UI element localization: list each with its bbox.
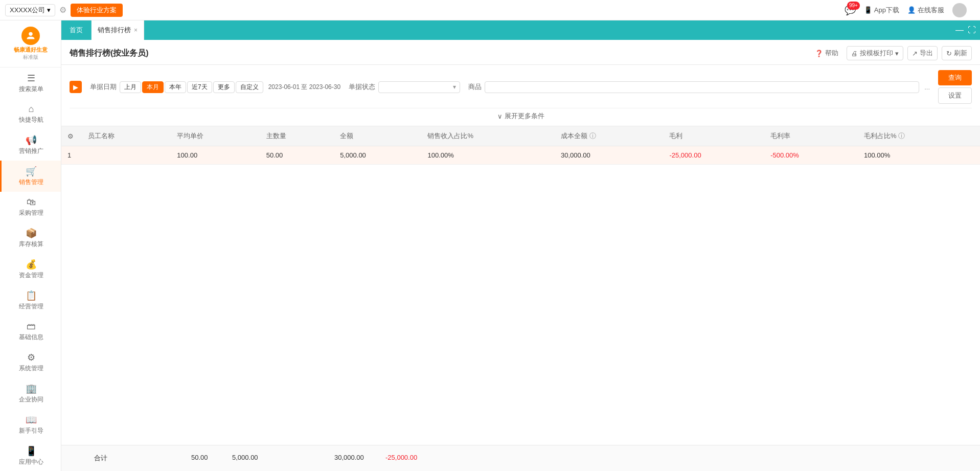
company-selector[interactable]: XXXXX公司 ▾ (5, 4, 55, 16)
footer-sales-pct (272, 451, 328, 466)
avatar[interactable] (952, 3, 967, 17)
filter-expand-arrow[interactable]: ▶ (70, 81, 82, 93)
sidebar-logo: 畅康通好生意 标准版 (0, 20, 61, 68)
expand-label: 展开更多条件 (505, 111, 544, 121)
export-button[interactable]: ↗ 导出 (907, 46, 938, 60)
col-qty: 主数量 (260, 126, 334, 146)
refresh-button[interactable]: ↻ 刷新 (942, 46, 972, 60)
col-amount: 全额 (334, 126, 421, 146)
inventory-icon: 📦 (26, 228, 37, 239)
tab-home-label: 首页 (70, 26, 83, 35)
export-label: 导出 (920, 49, 933, 58)
sidebar-item-apps[interactable]: 📱 应用中心 (0, 440, 61, 471)
table-header: ⚙ 员工名称 平均单价 主数量 全额 销售收入占比% 成本全额 ⓘ 毛利 毛利率… (61, 126, 980, 146)
tab-actions: — ⛶ (955, 26, 980, 35)
chevron-down-icon: ▾ (47, 6, 51, 14)
cost-info-icon[interactable]: ⓘ (589, 132, 596, 140)
this-month-button[interactable]: 本月 (142, 81, 164, 93)
col-settings[interactable]: ⚙ (61, 126, 82, 146)
sidebar-item-purchase[interactable]: 🛍 采购管理 (0, 192, 61, 222)
print-icon: 🖨 (851, 50, 858, 57)
sidebar-item-shortcut[interactable]: ⌂ 快捷导航 (0, 99, 61, 129)
table-body: 1 100.00 50.00 5,000.00 100.00% 30,000.0… (61, 146, 980, 165)
sidebar-item-label: 销售管理 (19, 178, 43, 187)
page-actions: ❓ 帮助 🖨 按模板打印 ▾ ↗ 导出 ↻ 刷新 (811, 46, 972, 60)
help-button[interactable]: ❓ 帮助 (811, 47, 842, 60)
footer-qty: 50.00 (185, 451, 226, 466)
tab-sales-ranking[interactable]: 销售排行榜 × (92, 20, 144, 40)
sidebar-item-system[interactable]: ⚙ 系统管理 (0, 347, 61, 378)
goods-input[interactable] (485, 81, 919, 93)
custom-date-button[interactable]: 自定义 (236, 81, 263, 93)
tab-maximize-button[interactable]: ⛶ (968, 26, 976, 35)
tab-close-button[interactable]: × (134, 27, 138, 34)
marketing-icon: 📢 (26, 134, 37, 146)
app-download-label: App下载 (874, 6, 899, 15)
query-settings-buttons: 查询 设置 (938, 70, 972, 104)
app-download-button[interactable]: 📱 App下载 (864, 6, 899, 15)
online-service-button[interactable]: 👤 在线客服 (907, 6, 944, 15)
tab-bar: 首页 销售排行榜 × — ⛶ (61, 20, 980, 40)
footer-total-label: 合计 (88, 451, 139, 466)
settings-button[interactable]: 设置 (938, 87, 972, 104)
try-industry-button[interactable]: 体验行业方案 (71, 4, 123, 17)
filter-area: ▶ 单据日期 上月 本月 本年 近7天 更多 自定义 2023-06-01 至 … (61, 65, 980, 126)
status-filter: 单据状态 (349, 81, 460, 93)
page-title: 销售排行榜(按业务员) (70, 48, 149, 59)
sidebar-item-corp[interactable]: 🏢 企业协同 (0, 378, 61, 409)
cell-employee (82, 146, 171, 165)
expand-icon: ∨ (497, 113, 503, 120)
cell-gross-rate: -500.00% (764, 146, 858, 165)
sidebar-item-operation[interactable]: 📋 经营管理 (0, 285, 61, 316)
more-date-button[interactable]: 更多 (213, 81, 235, 93)
print-button[interactable]: 🖨 按模板打印 ▾ (847, 46, 903, 60)
system-icon: ⚙ (27, 352, 35, 363)
gross-pct-info-icon[interactable]: ⓘ (898, 132, 905, 140)
status-select-wrapper (378, 81, 460, 93)
export-icon: ↗ (912, 50, 918, 57)
refresh-label: 刷新 (954, 49, 967, 58)
status-select[interactable] (378, 81, 460, 93)
last7days-button[interactable]: 近7天 (187, 81, 212, 93)
sidebar-item-search[interactable]: ☰ 搜索菜单 (0, 68, 61, 99)
footer-amount: 5,000.00 (226, 451, 272, 466)
message-icon[interactable]: 💬 99+ (845, 5, 856, 16)
sidebar-item-label: 资金管理 (19, 271, 43, 280)
query-button[interactable]: 查询 (938, 70, 972, 85)
finance-icon: 💰 (26, 259, 37, 270)
content-area: 首页 销售排行榜 × — ⛶ 销售排行榜(按业务员) ❓ 帮助 (61, 20, 980, 471)
table-header-row: ⚙ 员工名称 平均单价 主数量 全额 销售收入占比% 成本全额 ⓘ 毛利 毛利率… (61, 126, 980, 146)
tab-home[interactable]: 首页 (61, 20, 92, 40)
tab-minimize-button[interactable]: — (955, 26, 964, 35)
help-label: 帮助 (825, 49, 838, 58)
sidebar-item-finance[interactable]: 💰 资金管理 (0, 254, 61, 285)
sidebar-item-label: 企业协同 (19, 395, 43, 404)
col-gross-profit: 毛利 (663, 126, 764, 146)
this-year-button[interactable]: 本年 (165, 81, 186, 93)
last-month-button[interactable]: 上月 (120, 81, 141, 93)
sidebar-item-label: 新手引导 (19, 427, 43, 435)
sidebar-item-label: 快捷导航 (19, 116, 43, 124)
sidebar-item-sales[interactable]: 🛒 销售管理 (0, 161, 61, 192)
basic-icon: 🗃 (27, 321, 36, 332)
sidebar-item-inventory[interactable]: 📦 库存核算 (0, 222, 61, 254)
online-service-label: 在线客服 (918, 6, 944, 15)
goods-more-icon[interactable]: ... (924, 83, 930, 91)
cell-qty: 50.00 (260, 146, 334, 165)
cell-rank: 1 (61, 146, 82, 165)
goods-filter: 商品 ... (468, 81, 930, 93)
footer-label (67, 451, 88, 466)
sidebar-item-marketing[interactable]: 📢 营销推广 (0, 129, 61, 161)
sidebar-item-basic[interactable]: 🗃 基础信息 (0, 316, 61, 347)
corp-icon: 🏢 (26, 383, 37, 394)
table-area: ⚙ 员工名称 平均单价 主数量 全额 销售收入占比% 成本全额 ⓘ 毛利 毛利率… (61, 126, 980, 445)
refresh-icon: ↻ (946, 50, 952, 57)
col-employee: 员工名称 (82, 126, 171, 146)
svg-point-0 (29, 32, 32, 36)
sidebar-item-label: 系统管理 (19, 364, 43, 373)
settings-icon[interactable]: ⚙ (59, 5, 66, 15)
sidebar-item-label: 采购管理 (19, 209, 43, 217)
expand-conditions-button[interactable]: ∨ 展开更多条件 (497, 111, 544, 121)
sidebar-item-guide[interactable]: 📖 新手引导 (0, 409, 61, 440)
operation-icon: 📋 (26, 290, 37, 301)
